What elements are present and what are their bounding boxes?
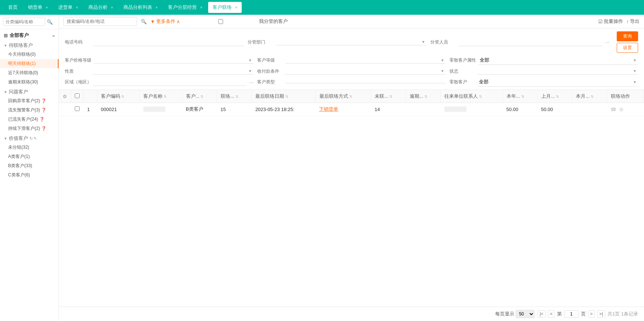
area-dots[interactable]: ···	[249, 79, 253, 85]
gender-select[interactable]: ▼	[93, 68, 253, 75]
nav-purchase-order-close[interactable]: ×	[76, 5, 78, 10]
sidebar-item-today[interactable]: 今天待联络(0)	[0, 50, 59, 59]
sidebar-item-churned[interactable]: 已流失客户(24) ❓	[0, 115, 59, 124]
price-level-select[interactable]: ▼	[94, 57, 253, 64]
query-button[interactable]: 查询	[617, 31, 638, 41]
th-last-month[interactable]: 上月...⇅	[538, 90, 572, 103]
phone-input[interactable]	[93, 38, 244, 46]
code-sort-icon[interactable]: ⇅	[121, 94, 124, 99]
customer-type-select[interactable]	[285, 81, 446, 83]
sidebar-item-abnormal[interactable]: 回购异常客户(2) ❓	[0, 96, 59, 106]
dept-select[interactable]: ▼	[276, 39, 427, 45]
problem-group-title[interactable]: ▼ 问题客户	[0, 87, 59, 96]
nav-home[interactable]: 首页	[4, 2, 22, 13]
page-input[interactable]	[564, 310, 579, 318]
my-customers-checkbox[interactable]	[184, 19, 258, 24]
value-refresh-icon[interactable]: ↻	[29, 136, 33, 141]
th-this-year[interactable]: 本年...⇅	[503, 90, 537, 103]
row-last-method[interactable]: 下销货单	[315, 103, 371, 116]
th-contact-person[interactable]: 往来单位联系人⇅	[441, 90, 503, 103]
column-settings[interactable]: ⚙	[59, 90, 71, 103]
sidebar-item-c-class[interactable]: C类客户(6)	[0, 170, 59, 180]
filter-field-status: 状态 ▼	[449, 68, 638, 75]
value-edit-icon[interactable]: ✎	[34, 136, 37, 141]
nav-customer-tier-close[interactable]: ×	[200, 5, 202, 10]
th-contact-count[interactable]: 联络...⇅	[217, 90, 252, 103]
last-method-sort-icon[interactable]: ⇅	[349, 94, 352, 99]
th-this-month[interactable]: 本月...⇅	[572, 90, 607, 103]
nav-customer-tier[interactable]: 客户分层经营 ×	[164, 2, 207, 13]
last-method-link[interactable]: 下销货单	[319, 106, 338, 112]
sidebar-item-a-class[interactable]: A类客户(1)	[0, 152, 59, 161]
sidebar-item-declining[interactable]: 持续下滑客户(2) ❓	[0, 124, 59, 133]
action-icon-1[interactable]: ☎	[610, 107, 616, 112]
th-uncontacted[interactable]: 未联...⇅	[371, 90, 406, 103]
area-input[interactable]	[94, 78, 247, 86]
sidebar-item-7days[interactable]: 近7天待联络(0)	[0, 68, 59, 77]
uncontacted-sort-icon[interactable]: ⇅	[389, 94, 392, 99]
nav-product-analysis[interactable]: 商品分析 ×	[84, 2, 118, 13]
sidebar-item-ungrouped[interactable]: 未分组(32)	[0, 143, 59, 152]
sidebar-item-overdue[interactable]: 逾期未联络(30)	[0, 77, 59, 87]
th-last-date[interactable]: 最后联络日期⇅	[252, 90, 315, 103]
contact-person-sort-icon[interactable]: ⇅	[479, 94, 482, 99]
sidebar-search-icon[interactable]: 🔍	[47, 19, 53, 25]
payment-select[interactable]: ▼	[285, 68, 446, 75]
select-all-checkbox[interactable]	[75, 93, 80, 98]
all-customers-header[interactable]: ⊞ 全部客户 «	[0, 29, 59, 40]
more-conditions-btn[interactable]: ▼ 更多条件 ∧	[150, 18, 180, 25]
nav-sales-order[interactable]: 销货单 ×	[24, 2, 52, 13]
settings-button[interactable]: 设置	[617, 43, 638, 53]
my-customers-checkbox-area[interactable]: 我分管的客户	[184, 18, 288, 25]
nav-customer-contact[interactable]: 客户联络 ×	[208, 2, 242, 13]
last-page-btn[interactable]: >|	[597, 310, 605, 318]
nav-customer-contact-close[interactable]: ×	[235, 5, 237, 10]
nav-product-analysis-list[interactable]: 商品分析列表 ×	[119, 2, 162, 13]
prev-page-btn[interactable]: <	[548, 310, 555, 318]
overdue-sort-icon[interactable]: ⇅	[424, 94, 427, 99]
contact-count-sort-icon[interactable]: ⇅	[235, 94, 238, 99]
last-month-sort-icon[interactable]: ⇅	[556, 94, 559, 99]
row-checkbox[interactable]	[75, 106, 80, 111]
last-date-sort-icon[interactable]: ⇅	[285, 94, 288, 99]
column-checkbox[interactable]	[71, 90, 84, 103]
person-dots[interactable]: ···	[605, 39, 609, 45]
this-year-sort-icon[interactable]: ⇅	[521, 94, 524, 99]
th-overdue[interactable]: 逾期...⇅	[406, 90, 440, 103]
th-code[interactable]: 客户编码⇅	[97, 90, 140, 103]
th-name[interactable]: 客户名称⇅	[140, 90, 182, 103]
export-btn[interactable]: ↑ 导出	[627, 18, 640, 25]
type-sort-icon[interactable]: ⇅	[200, 94, 203, 99]
th-type[interactable]: 客户...⇅	[182, 90, 217, 103]
retail-customer-select[interactable]: 全部 ▼	[477, 77, 638, 87]
search-input[interactable]	[63, 17, 137, 26]
status-select[interactable]: ▼	[477, 68, 638, 75]
collapse-icon[interactable]: «	[52, 33, 55, 38]
batch-ops-btn[interactable]: ☑ 批量操作	[598, 18, 623, 25]
th-last-method[interactable]: 最后联络方式⇅	[315, 90, 371, 103]
retail-attr-select[interactable]: 全部 ▼	[478, 56, 638, 65]
sidebar-item-b-class[interactable]: B类客户(33)	[0, 161, 59, 170]
person-input[interactable]	[458, 38, 603, 46]
sidebar-item-tomorrow[interactable]: 明天待联络(1)	[0, 59, 59, 68]
per-page-select[interactable]: 50 100 200	[516, 310, 535, 318]
filter-field-customer-type: 客户类型	[257, 79, 446, 85]
nav-purchase-order[interactable]: 进货单 ×	[54, 2, 83, 13]
nav-product-analysis-close[interactable]: ×	[111, 5, 113, 10]
value-group-title[interactable]: ▼ 价值客户 ↻ ✎	[0, 133, 59, 143]
customer-level-select[interactable]: ▼	[285, 57, 446, 64]
filter-search-icon[interactable]: 🔍	[141, 19, 147, 24]
th-last-date-label: 最后联络日期	[255, 93, 284, 99]
nav-sales-order-close[interactable]: ×	[46, 5, 48, 10]
next-page-btn[interactable]: >	[588, 310, 595, 318]
pending-group-title[interactable]: ▼ 待联络客户	[0, 40, 59, 50]
action-icon-2[interactable]: ⊞	[619, 107, 623, 112]
nav-product-analysis-list-close[interactable]: ×	[155, 5, 158, 10]
sidebar-item-churn-warning[interactable]: 流失预警客户(3) ❓	[0, 106, 59, 115]
first-page-btn[interactable]: |<	[538, 310, 546, 318]
this-month-sort-icon[interactable]: ⇅	[591, 94, 594, 99]
row-checkbox-cell[interactable]	[71, 103, 84, 116]
sidebar-search-input[interactable]	[3, 18, 45, 26]
name-sort-icon[interactable]: ⇅	[164, 94, 167, 99]
th-last-method-label: 最后联络方式	[319, 93, 348, 99]
